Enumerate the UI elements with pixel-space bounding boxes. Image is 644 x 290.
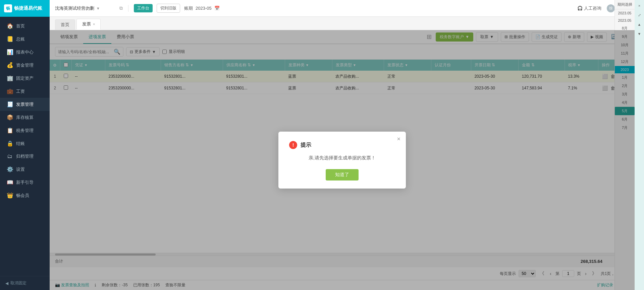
- sidebar-item-label: 报表中心: [16, 49, 34, 55]
- capital-icon: 💰: [7, 62, 13, 68]
- sidebar-item-label: 固定资产: [16, 75, 34, 81]
- sidebar-item-inventory[interactable]: 📦库存核算: [0, 111, 50, 124]
- sidebar-item-closing[interactable]: 🔒结账: [0, 137, 50, 150]
- avatar: 徐: [607, 4, 615, 12]
- right-panel: × ⤢ ▲ ▼: [635, 0, 644, 290]
- sidebar-item-salary[interactable]: 💼工资: [0, 85, 50, 98]
- assets-icon: 🏢: [7, 75, 13, 81]
- closing-icon: 🔒: [7, 140, 13, 147]
- sidebar-item-invoice[interactable]: 🧾发票管理: [0, 98, 50, 111]
- member-icon: 👑: [7, 192, 13, 199]
- unpin-icon: ◀: [5, 281, 8, 286]
- period-item-1[interactable]: 2023.05: [615, 17, 635, 24]
- modal-title-text: 提示: [301, 142, 311, 149]
- tax-icon: 📋: [7, 127, 13, 134]
- warning-icon: !: [289, 141, 297, 149]
- support-label: 人工咨询: [584, 5, 601, 11]
- tab-home[interactable]: 首页: [55, 19, 75, 30]
- sidebar-item-label: 首页: [16, 23, 25, 29]
- sidebar-item-label: 资金管理: [16, 62, 34, 68]
- modal-footer: 知道了: [289, 169, 395, 180]
- switch-version-button[interactable]: 切到旧版: [157, 4, 180, 13]
- chevron-down-icon: ▼: [96, 6, 100, 10]
- period-select-title: 期间选择: [615, 0, 635, 9]
- sidebar-item-tax[interactable]: 📋税务管理: [0, 124, 50, 137]
- headset-icon: 🎧: [577, 6, 583, 11]
- app-logo: 畅 畅捷通易代账: [0, 0, 50, 17]
- modal-overlay[interactable]: × ! 提示 亲,请先选择要生成单据的发票！ 知道了: [50, 30, 635, 290]
- company-name: 沈海英测试经营勿删: [55, 5, 94, 11]
- tab-invoice-label: 发票: [82, 21, 91, 27]
- sidebar-item-capital[interactable]: 💰资金管理: [0, 59, 50, 72]
- tab-invoice[interactable]: 发票 ×: [76, 19, 101, 30]
- reports-icon: 📊: [7, 49, 13, 55]
- period-value: 2023-05: [196, 6, 212, 11]
- tab-close-invoice[interactable]: ×: [93, 22, 95, 26]
- main-area: 沈海英测试经营勿删 ▼ ⧉ 工作台 切到旧版 账期 2023-05 📅 🎧 人工…: [50, 0, 635, 290]
- sidebar-item-label: 总账: [16, 36, 25, 42]
- panel-down-button[interactable]: ▼: [635, 29, 644, 38]
- workspace-button[interactable]: 工作台: [134, 4, 153, 12]
- sidebar-item-label: 工资: [16, 88, 25, 94]
- company-selector[interactable]: 沈海英测试经营勿删 ▼: [55, 5, 115, 11]
- salary-icon: 💼: [7, 88, 13, 94]
- sidebar: 畅 畅捷通易代账 🏠首页 📒总账 📊报表中心 💰资金管理 🏢固定资产 💼工资 🧾…: [0, 0, 50, 290]
- unpin-label: 取消固定: [10, 280, 26, 286]
- archive-icon: 🗂: [7, 153, 13, 159]
- modal-confirm-button[interactable]: 知道了: [326, 169, 359, 180]
- tab-bar: 首页 发票 ×: [50, 17, 635, 30]
- modal-dialog: × ! 提示 亲,请先选择要生成单据的发票！ 知道了: [278, 132, 406, 189]
- right-panel-controls: × ⤢ ▲ ▼: [635, 0, 644, 38]
- calendar-icon[interactable]: 📅: [214, 6, 220, 11]
- modal-close-button[interactable]: ×: [397, 136, 400, 143]
- sidebar-item-label: 新手引导: [16, 179, 34, 186]
- sidebar-item-archive[interactable]: 🗂归档管理: [0, 150, 50, 163]
- modal-body-text: 亲,请先选择要生成单据的发票！: [289, 155, 395, 161]
- sidebar-item-home[interactable]: 🏠首页: [0, 19, 50, 32]
- sidebar-item-label: 畅会员: [16, 193, 29, 199]
- period-text-label: 账期: [184, 5, 193, 11]
- sidebar-item-label: 发票管理: [16, 101, 34, 107]
- panel-up-button[interactable]: ▲: [635, 20, 644, 29]
- panel-close-button[interactable]: ×: [635, 1, 644, 10]
- sidebar-item-label: 结账: [16, 141, 25, 147]
- period-display: 账期 2023-05 📅: [184, 5, 220, 11]
- invoice-icon: 🧾: [7, 101, 13, 107]
- sidebar-item-label: 库存核算: [16, 115, 34, 121]
- ledger-icon: 📒: [7, 36, 13, 42]
- header-separator: [128, 5, 128, 12]
- header: 沈海英测试经营勿删 ▼ ⧉ 工作台 切到旧版 账期 2023-05 📅 🎧 人工…: [50, 0, 635, 17]
- support-button[interactable]: 🎧 人工咨询: [577, 5, 601, 11]
- tab-home-label: 首页: [61, 22, 69, 28]
- modal-title-area: ! 提示: [289, 141, 395, 149]
- copy-icon[interactable]: ⧉: [119, 5, 123, 11]
- sidebar-nav: 🏠首页 📒总账 📊报表中心 💰资金管理 🏢固定资产 💼工资 🧾发票管理 📦库存核…: [0, 17, 50, 276]
- period-item-0[interactable]: 2023.05: [615, 9, 635, 17]
- sidebar-item-label: 税务管理: [16, 128, 34, 134]
- sidebar-item-label: 设置: [16, 166, 25, 172]
- app-title: 畅捷通易代账: [14, 5, 42, 11]
- sidebar-item-label: 归档管理: [16, 153, 34, 159]
- inventory-icon: 📦: [7, 114, 13, 121]
- sidebar-footer-unpin[interactable]: ◀ 取消固定: [0, 276, 50, 290]
- settings-icon: ⚙️: [7, 166, 13, 172]
- sidebar-item-settings[interactable]: ⚙️设置: [0, 163, 50, 176]
- panel-expand-button[interactable]: ⤢: [635, 11, 644, 19]
- sidebar-item-assets[interactable]: 🏢固定资产: [0, 72, 50, 85]
- guide-icon: 📖: [7, 179, 13, 186]
- sidebar-item-member[interactable]: 👑畅会员: [0, 189, 50, 202]
- sidebar-item-ledger[interactable]: 📒总账: [0, 32, 50, 46]
- home-icon: 🏠: [7, 23, 13, 29]
- sidebar-item-reports[interactable]: 📊报表中心: [0, 46, 50, 59]
- logo-icon: 畅: [4, 4, 12, 12]
- content-area: 销项发票 进项发票 费用小票 ⊞ 税务数字账户 ▼ 取票 ▼: [50, 30, 635, 290]
- sidebar-item-guide[interactable]: 📖新手引导: [0, 176, 50, 189]
